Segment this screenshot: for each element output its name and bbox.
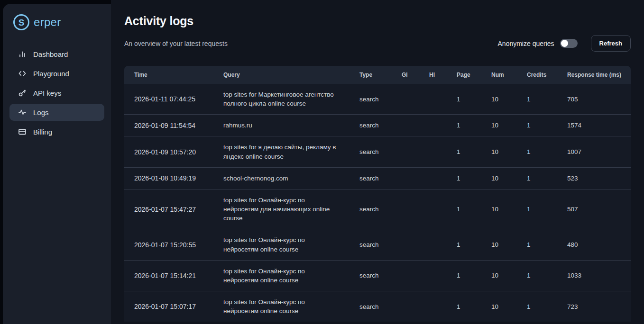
toggle-knob-icon (561, 40, 568, 47)
cell-credits: 1 (527, 206, 567, 213)
cell-time: 2026-01-07 15:07:17 (124, 303, 223, 310)
anonymize-toggle[interactable] (560, 39, 578, 48)
cell-query: top sites for Онлайн-курс по нейросетям … (223, 291, 359, 322)
activity-logs-table: Time Query Type Gl Hl Page Num Credits R… (124, 66, 631, 322)
sidebar-item-label: API keys (33, 89, 61, 97)
cell-query: top sites for Онлайн-курс по нейросетям … (223, 229, 359, 260)
cell-page: 1 (457, 175, 491, 182)
cell-type: search (359, 148, 402, 155)
cell-type: search (359, 122, 402, 129)
cell-response_ms: 507 (567, 206, 631, 213)
logo-letter: S (18, 18, 25, 27)
sidebar-item-logs[interactable]: Logs (9, 104, 104, 121)
table-body: 2026-01-11 07:44:25top sites for Маркети… (124, 84, 631, 322)
cell-type: search (359, 303, 402, 310)
cell-num: 10 (491, 148, 527, 155)
cell-query: top sites for Онлайн-курс по нейросетям … (223, 261, 359, 291)
cell-type: search (359, 175, 402, 182)
main-content: Activity logs An overview of your latest… (111, 0, 644, 324)
cell-num: 10 (491, 272, 527, 279)
cell-time: 2026-01-07 15:14:21 (124, 272, 223, 279)
column-header-gl: Gl (402, 72, 429, 78)
cell-response_ms: 705 (567, 96, 631, 103)
cell-credits: 1 (527, 122, 567, 129)
sidebar-item-label: Billing (33, 128, 52, 136)
column-header-page: Page (457, 72, 491, 78)
table-row: 2026-01-07 15:47:27top sites for Онлайн-… (124, 189, 631, 229)
table-row: 2026-01-07 15:14:21top sites for Онлайн-… (124, 260, 631, 291)
cell-credits: 1 (527, 272, 567, 279)
cell-time: 2026-01-11 07:44:25 (124, 95, 223, 103)
sidebar-item-label: Dashboard (33, 50, 68, 58)
cell-type: search (359, 241, 402, 248)
cell-time: 2026-01-09 10:57:20 (124, 148, 223, 156)
cell-credits: 1 (527, 148, 567, 155)
cell-page: 1 (457, 206, 491, 213)
sidebar-item-dashboard[interactable]: Dashboard (9, 45, 104, 63)
logo-s-icon: S (13, 14, 29, 30)
cell-credits: 1 (527, 175, 567, 182)
cell-type: search (359, 272, 402, 279)
cell-response_ms: 1574 (567, 122, 631, 129)
cell-num: 10 (491, 241, 527, 248)
sidebar-item-playground[interactable]: Playground (9, 65, 104, 82)
page-title: Activity logs (124, 14, 631, 28)
cell-num: 10 (491, 303, 527, 310)
cell-page: 1 (457, 272, 491, 279)
cell-time: 2026-01-07 15:47:27 (124, 206, 223, 213)
cell-num: 10 (491, 206, 527, 213)
credit-card-icon (18, 127, 27, 136)
cell-num: 10 (491, 96, 527, 103)
key-icon (18, 89, 27, 97)
code-icon (18, 69, 27, 78)
cell-query: rahmus.ru (223, 115, 359, 136)
cell-num: 10 (491, 175, 527, 182)
column-header-query: Query (223, 72, 359, 78)
anonymize-label: Anonymize queries (498, 40, 554, 47)
sidebar-item-label: Playground (33, 70, 69, 78)
cell-query: top sites for я делаю сайты, рекламу в я… (223, 136, 359, 167)
table-row: 2026-01-07 15:07:17top sites for Онлайн-… (124, 291, 631, 322)
table-row: 2026-01-09 11:54:54rahmus.rusearch110115… (124, 114, 631, 136)
subheader-row: An overview of your latest requests Anon… (124, 35, 631, 52)
cell-response_ms: 1033 (567, 272, 631, 279)
cell-query: school-chernonog.com (223, 168, 359, 189)
logo-text: erper (34, 16, 61, 29)
column-header-response-time: Response time (ms) (567, 72, 631, 78)
cell-page: 1 (457, 241, 491, 248)
column-header-credits: Credits (527, 72, 567, 78)
cell-credits: 1 (527, 241, 567, 248)
anonymize-group: Anonymize queries (498, 39, 578, 48)
cell-time: 2026-01-08 10:49:19 (124, 174, 223, 182)
app: S erper Dashboard Playground A (0, 0, 644, 324)
cell-type: search (359, 206, 402, 213)
cell-type: search (359, 96, 402, 103)
cell-response_ms: 523 (567, 175, 631, 182)
table-row: 2026-01-07 15:20:55top sites for Онлайн-… (124, 229, 631, 260)
cell-time: 2026-01-07 15:20:55 (124, 241, 223, 249)
cell-credits: 1 (527, 303, 567, 310)
cell-response_ms: 480 (567, 241, 631, 248)
table-header-row: Time Query Type Gl Hl Page Num Credits R… (124, 66, 631, 84)
cell-num: 10 (491, 122, 527, 129)
refresh-button[interactable]: Refresh (591, 35, 631, 52)
cell-page: 1 (457, 303, 491, 310)
sidebar-nav: Dashboard Playground API keys Logs (3, 43, 111, 140)
sidebar-item-billing[interactable]: Billing (9, 123, 104, 140)
cell-response_ms: 723 (567, 303, 631, 310)
column-header-time: Time (124, 72, 223, 78)
cell-response_ms: 1007 (567, 148, 631, 155)
column-header-type: Type (359, 72, 402, 78)
sidebar: S erper Dashboard Playground A (3, 4, 111, 324)
column-header-hl: Hl (429, 72, 457, 78)
cell-page: 1 (457, 148, 491, 155)
controls: Anonymize queries Refresh (498, 35, 631, 52)
table-row: 2026-01-09 10:57:20top sites for я делаю… (124, 136, 631, 167)
cell-page: 1 (457, 96, 491, 103)
table-row: 2026-01-11 07:44:25top sites for Маркети… (124, 84, 631, 114)
brand-logo[interactable]: S erper (3, 4, 111, 43)
sidebar-item-api-keys[interactable]: API keys (9, 84, 104, 101)
cell-query: top sites for Онлайн-курс по нейросетям … (223, 189, 359, 229)
cell-query: top sites for Маркетинговое агентство по… (223, 84, 359, 114)
column-header-num: Num (491, 72, 527, 78)
